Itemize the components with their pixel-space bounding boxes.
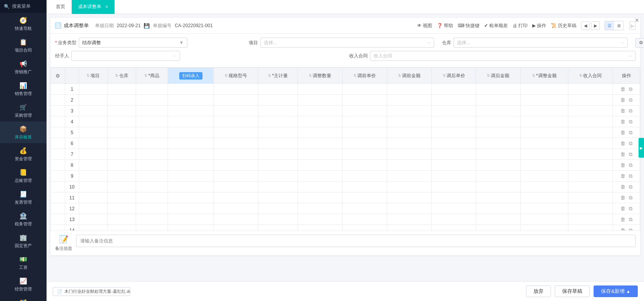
- col-prev-unit-price-header[interactable]: ⇅调前单价: [343, 68, 387, 84]
- row-warehouse-cell[interactable]: [107, 171, 136, 182]
- row-after-amount-cell[interactable]: [476, 149, 521, 160]
- row-delete-btn[interactable]: 🗑: [619, 195, 627, 201]
- row-adj-amount-cell[interactable]: [521, 214, 568, 225]
- row-product-cell[interactable]: [136, 192, 168, 203]
- row-delete-btn[interactable]: 🗑: [619, 140, 627, 146]
- row-scan-cell[interactable]: [168, 138, 214, 149]
- row-prev-amount-cell[interactable]: [387, 138, 431, 149]
- row-scan-cell[interactable]: [168, 192, 214, 203]
- row-prev-unit-price-cell[interactable]: [343, 192, 387, 203]
- row-prev-amount-cell[interactable]: [387, 116, 431, 127]
- row-prev-unit-price-cell[interactable]: [343, 182, 387, 192]
- row-copy-btn[interactable]: ⧉: [628, 86, 634, 92]
- row-income-contract-cell[interactable]: [568, 160, 613, 171]
- row-delete-btn[interactable]: 🗑: [619, 184, 627, 190]
- row-product-cell[interactable]: [136, 225, 168, 231]
- row-scan-cell[interactable]: [168, 116, 214, 127]
- shortcut-action[interactable]: ⌨ 快捷键: [458, 22, 480, 29]
- column-config-icon[interactable]: ⚙: [52, 70, 63, 81]
- row-warehouse-cell[interactable]: [107, 160, 136, 171]
- row-adj-amount-cell[interactable]: [521, 106, 568, 116]
- sidebar-item-tax[interactable]: 🏦 税务管理: [0, 208, 47, 230]
- row-copy-btn[interactable]: ⧉: [628, 184, 634, 190]
- table-scroll[interactable]: ⚙ ⇅项目 ⇅仓库 ⇅*商品: [50, 67, 640, 230]
- taskbar-item[interactable]: 📄 木门行业好业财处理方案-墓红红.doc - WPS Office: [53, 287, 130, 296]
- row-prev-unit-price-cell[interactable]: [343, 214, 387, 225]
- row-product-cell[interactable]: [136, 203, 168, 214]
- row-warehouse-cell[interactable]: [107, 138, 136, 149]
- row-income-contract-cell[interactable]: [568, 192, 613, 203]
- row-adj-amount-cell[interactable]: [521, 171, 568, 182]
- row-prev-amount-cell[interactable]: [387, 214, 431, 225]
- tab-home[interactable]: 首页: [50, 0, 72, 14]
- row-copy-btn[interactable]: ⧉: [628, 151, 634, 157]
- row-income-contract-cell[interactable]: [568, 116, 613, 127]
- row-adj-qty-cell[interactable]: [298, 225, 343, 231]
- row-prev-amount-cell[interactable]: [387, 160, 431, 171]
- right-expand-handle[interactable]: ▶: [639, 138, 644, 157]
- row-spec-cell[interactable]: [214, 203, 258, 214]
- row-prev-unit-price-cell[interactable]: [343, 203, 387, 214]
- sidebar-item-invoice[interactable]: 🧾 发票管理: [0, 187, 47, 208]
- tab-cost-adjust[interactable]: 成本调整单 ✕: [72, 0, 115, 14]
- row-prev-unit-price-cell[interactable]: [343, 171, 387, 182]
- row-adj-amount-cell[interactable]: [521, 160, 568, 171]
- row-scan-cell[interactable]: [168, 214, 214, 225]
- row-prev-amount-cell[interactable]: [387, 203, 431, 214]
- check-action[interactable]: ✔ 检单顺差: [484, 22, 508, 29]
- sidebar-item-operations[interactable]: 📈 经营管理: [0, 273, 47, 295]
- row-prev-unit-price-cell[interactable]: [343, 127, 387, 138]
- row-product-cell[interactable]: [136, 95, 168, 106]
- row-prev-unit-price-cell[interactable]: [343, 95, 387, 106]
- row-copy-btn[interactable]: ⧉: [628, 227, 634, 231]
- row-product-cell[interactable]: [136, 214, 168, 225]
- row-after-amount-cell[interactable]: [476, 106, 521, 116]
- row-spec-cell[interactable]: [214, 116, 258, 127]
- row-copy-btn[interactable]: ⧉: [628, 216, 634, 222]
- help-action[interactable]: ❓ 帮助: [437, 22, 453, 29]
- row-prev-unit-price-cell[interactable]: [343, 160, 387, 171]
- row-unit-cell[interactable]: [258, 160, 298, 171]
- row-spec-cell[interactable]: [214, 182, 258, 192]
- list-view-btn[interactable]: ☰: [605, 21, 614, 30]
- abandon-button[interactable]: 放弃: [526, 285, 551, 297]
- sidebar-item-project-contract[interactable]: 📋 项目合同: [0, 35, 47, 56]
- row-warehouse-cell[interactable]: [107, 214, 136, 225]
- row-project-cell[interactable]: [79, 203, 108, 214]
- row-unit-cell[interactable]: [258, 84, 298, 95]
- row-prev-amount-cell[interactable]: [387, 182, 431, 192]
- row-project-cell[interactable]: [79, 84, 108, 95]
- prev-arrow[interactable]: ◀: [581, 21, 590, 30]
- project-select[interactable]: 选择... ···: [260, 38, 435, 48]
- row-prev-amount-cell[interactable]: [387, 192, 431, 203]
- row-scan-cell[interactable]: [168, 149, 214, 160]
- row-adj-qty-cell[interactable]: [298, 127, 343, 138]
- row-delete-btn[interactable]: 🗑: [619, 216, 627, 222]
- settings-button[interactable]: ⚙ 设置: [635, 38, 644, 48]
- sidebar-item-quick-nav[interactable]: 🧭 快速导航: [0, 13, 47, 35]
- row-income-contract-cell[interactable]: [568, 203, 613, 214]
- income-contract-select[interactable]: 收入合同 ···: [370, 51, 635, 61]
- sidebar-item-ledger[interactable]: 📒 总账管理: [0, 165, 47, 187]
- row-after-unit-price-cell[interactable]: [431, 116, 476, 127]
- row-delete-btn[interactable]: 🗑: [619, 108, 627, 114]
- row-warehouse-cell[interactable]: [107, 84, 136, 95]
- notes-input[interactable]: [76, 235, 635, 247]
- row-spec-cell[interactable]: [214, 214, 258, 225]
- row-adj-qty-cell[interactable]: [298, 192, 343, 203]
- row-project-cell[interactable]: [79, 127, 108, 138]
- row-project-cell[interactable]: [79, 192, 108, 203]
- row-after-unit-price-cell[interactable]: [431, 138, 476, 149]
- col-after-amount-header[interactable]: ⇅调后金额: [476, 68, 521, 84]
- row-copy-btn[interactable]: ⧉: [628, 162, 634, 168]
- row-scan-cell[interactable]: [168, 95, 214, 106]
- row-scan-cell[interactable]: [168, 160, 214, 171]
- row-spec-cell[interactable]: [214, 160, 258, 171]
- view-action[interactable]: 👁 视图: [417, 22, 432, 29]
- row-product-cell[interactable]: [136, 116, 168, 127]
- row-prev-amount-cell[interactable]: [387, 95, 431, 106]
- row-product-cell[interactable]: [136, 127, 168, 138]
- row-adj-amount-cell[interactable]: [521, 127, 568, 138]
- row-income-contract-cell[interactable]: [568, 127, 613, 138]
- row-income-contract-cell[interactable]: [568, 138, 613, 149]
